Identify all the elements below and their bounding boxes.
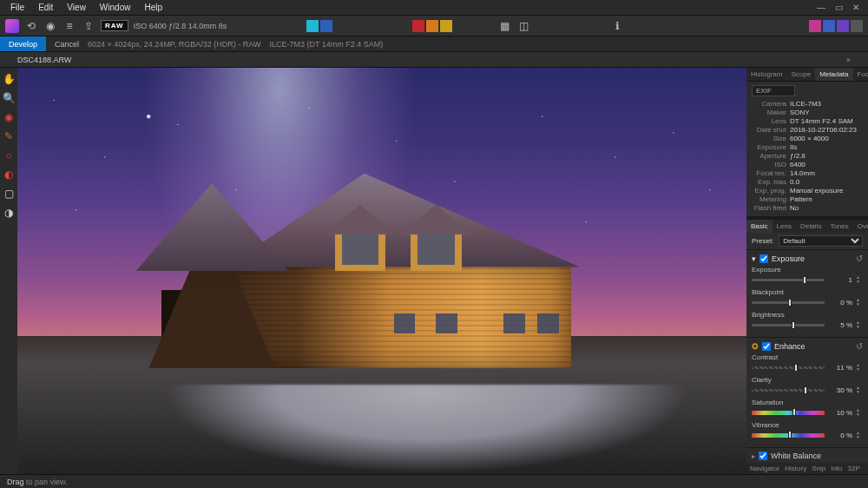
slider-track[interactable] [752,389,825,392]
canvas[interactable] [17,68,746,474]
tab-navigator[interactable]: Navigator [750,465,779,472]
slider-value[interactable]: 5 % [828,321,852,329]
spinner[interactable]: ▲▼ [856,275,863,284]
reset-icon[interactable]: ↺ [856,341,863,351]
app-logo [5,19,19,33]
slider-value[interactable]: 0 % [828,299,852,307]
studio-group[interactable] [809,20,863,32]
slider-value[interactable]: 0 % [828,432,852,439]
overlay-tool[interactable]: ◐ [3,168,15,181]
info-icon[interactable]: ℹ [610,19,624,33]
spinner[interactable]: ▲▼ [856,320,863,329]
reset-icon[interactable]: ↺ [856,254,863,263]
spinner[interactable]: ▲▼ [856,363,863,372]
close-icon[interactable]: ✕ [847,3,865,12]
exif-row: Size6000 × 4000 [752,135,863,142]
tab-lens[interactable]: Lens [773,220,796,233]
section-whitebalance[interactable]: ▸ White Balance [746,448,868,463]
tab-details[interactable]: Details [796,220,825,233]
tab-info[interactable]: Info [831,465,842,472]
minimize-icon[interactable]: — [812,3,830,12]
slider-thumb[interactable] [792,408,796,416]
slider-value[interactable]: 1 [828,276,852,284]
wb-enable[interactable] [759,452,767,460]
exif-row: ISO6400 [752,161,863,168]
exif-label: Metering [752,195,790,203]
menu-window[interactable]: Window [93,1,138,14]
tab-focus[interactable]: Focus [853,68,869,81]
whitebalance-tool[interactable]: ◑ [3,207,15,219]
tab-32p[interactable]: 32P [848,465,860,472]
exposure-enable[interactable] [760,254,768,263]
spinner[interactable]: ▲▼ [856,431,863,439]
menu-help[interactable]: Help [137,1,169,14]
slider-value[interactable]: 11 % [828,364,852,372]
slider-value[interactable]: 10 % [828,409,852,417]
develop-button[interactable]: Develop [0,36,46,51]
menu-edit[interactable]: Edit [31,1,60,14]
cancel-button[interactable]: Cancel [55,40,79,49]
info-panel-tabs: Histogram Scope Metadata Focus [746,68,868,82]
share-icon[interactable]: ⇪ [82,19,95,33]
exif-label: Focal len. [752,169,790,177]
tab-snip[interactable]: Snip [812,465,825,472]
persona-group[interactable] [412,20,452,32]
develop-bar: Develop Cancel 6024 × 4024px, 24.24MP, R… [0,36,868,52]
split-view-group[interactable] [306,20,332,32]
slider-track[interactable] [752,411,825,415]
tab-scope[interactable]: Scope [786,68,815,81]
hand-tool[interactable]: ✋ [3,73,15,85]
menu-file[interactable]: File [3,1,31,14]
exif-value: 6400 [790,161,806,168]
exif-value: Pattern [790,195,812,203]
slider-value[interactable]: 30 % [828,386,852,394]
exif-value: ƒ/2.8 [790,152,806,160]
slider-thumb[interactable] [794,364,798,372]
exif-dropdown[interactable]: EXIF [752,85,795,96]
crop-tool[interactable]: ▢ [3,188,15,200]
maximize-icon[interactable]: ▭ [830,3,847,12]
redeye-tool[interactable]: ◉ [3,111,15,123]
slider-track[interactable] [752,324,825,326]
slider-thumb[interactable] [788,299,792,307]
slider-label: Exposure [752,266,863,274]
exif-label: Camera [752,100,790,108]
menu-view[interactable]: View [60,1,93,14]
slider-thumb[interactable] [803,276,806,284]
colorwheel-icon[interactable]: ◉ [43,19,57,33]
zoom-tool[interactable]: 🔍 [3,92,15,104]
tab-histogram[interactable]: Histogram [746,68,786,81]
exif-row: MakerSONY [752,109,863,116]
slider-thumb[interactable] [792,321,795,329]
spinner[interactable]: ▲▼ [856,298,863,307]
spinner[interactable]: ▲▼ [856,386,863,394]
tab-metadata[interactable]: Metadata [815,68,852,81]
brush-tool[interactable]: ✎ [3,130,15,142]
slider-track[interactable] [752,301,825,304]
spinner[interactable]: ▲▼ [856,408,863,417]
hand-icon[interactable]: ≡ [62,19,76,33]
slider-track[interactable] [752,433,825,438]
collapse-icon[interactable]: ▾ [752,254,756,263]
preset-select[interactable]: Default [779,235,863,247]
exif-value: Manual exposure [790,187,843,195]
exif-value: 6000 × 4000 [790,135,829,142]
slider-track[interactable] [752,279,825,281]
blemish-tool[interactable]: ○ [3,149,15,162]
tab-basic[interactable]: Basic [746,220,773,233]
raw-badge: RAW [101,20,128,31]
slider-track[interactable] [752,366,825,369]
exif-row: Date shot2018-10-22T06:02:23 [752,126,863,134]
back-icon[interactable]: ⟲ [24,19,38,33]
tab-history[interactable]: History [785,465,806,472]
enhance-enable[interactable] [762,342,771,351]
grid-icon[interactable]: ▦ [497,19,511,33]
document-tab[interactable]: DSC4188.ARW × [0,52,868,68]
crop-icon[interactable]: ◫ [516,19,530,33]
slider-clarity: Clarity30 %▲▼ [752,376,863,395]
tab-overlays[interactable]: Overlays [853,220,868,233]
tab-tones[interactable]: Tones [825,220,852,233]
slider-thumb[interactable] [788,431,792,439]
slider-thumb[interactable] [804,386,807,394]
tab-close-icon[interactable]: × [846,56,851,64]
